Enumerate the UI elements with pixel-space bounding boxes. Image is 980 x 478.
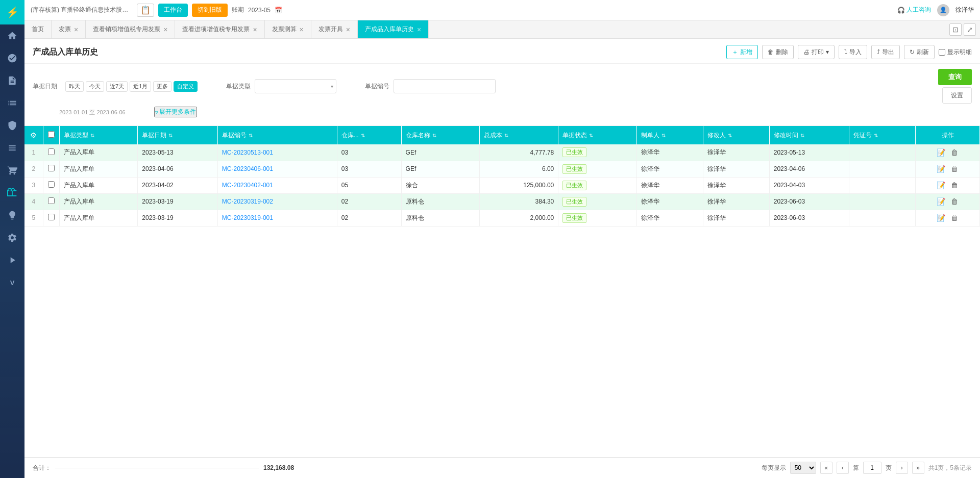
sidebar-item-home[interactable] [0, 24, 24, 47]
tab-check-sales-vat[interactable]: 查看销项增值税专用发票 × [86, 20, 175, 39]
row-delete-icon-4[interactable]: 🗑 [949, 196, 960, 207]
row-checkbox-cell-1[interactable] [43, 144, 59, 161]
th-number[interactable]: 单据编号 ⇅ [217, 126, 337, 144]
row-number-2[interactable]: MC-20230406-001 [217, 161, 337, 177]
th-checkbox[interactable] [43, 126, 59, 144]
edit-icon-4[interactable]: 📝 [936, 196, 946, 207]
row-number-link-5[interactable]: MC-20230319-001 [222, 214, 273, 221]
help-btn[interactable]: 🎧 人工咨询 [897, 6, 931, 14]
tab-invoice-close[interactable]: × [74, 26, 78, 33]
tab-invoice[interactable]: 发票 × [52, 20, 86, 39]
row-checkbox-4[interactable] [48, 197, 55, 204]
sidebar-item-list[interactable] [0, 137, 24, 159]
app-logo[interactable]: ⚡ [0, 0, 24, 24]
user-avatar[interactable]: 👤 [937, 4, 949, 16]
date-btn-more[interactable]: 更多 [153, 81, 172, 92]
row-delete-icon-3[interactable]: 🗑 [949, 180, 960, 190]
row-number-5[interactable]: MC-20230319-001 [217, 210, 337, 226]
sidebar-item-settings[interactable] [0, 227, 24, 249]
row-checkbox-1[interactable] [48, 148, 55, 155]
new-btn[interactable]: ＋ 新增 [726, 45, 758, 59]
th-modify-time[interactable]: 修改时间 ⇅ [769, 126, 849, 144]
tab-check-input-vat[interactable]: 查看进项增值税专用发票 × [175, 20, 264, 39]
edit-icon-3[interactable]: 📝 [936, 180, 946, 190]
copy-btn[interactable]: 📋 [137, 4, 154, 17]
date-btn-today[interactable]: 今天 [86, 81, 104, 92]
switch-old-btn[interactable]: 切到旧版 [192, 4, 228, 17]
prev-page-btn[interactable]: ‹ [837, 462, 849, 474]
workbench-btn[interactable]: 工作台 [158, 4, 188, 17]
import-btn[interactable]: ⤵ 导入 [839, 45, 867, 59]
row-number-link-3[interactable]: MC-20230402-001 [222, 182, 273, 189]
row-delete-icon-1[interactable]: 🗑 [949, 147, 960, 158]
row-number-link-4[interactable]: MC-20230319-002 [222, 198, 273, 205]
next-page-btn[interactable]: › [896, 462, 908, 474]
th-wh-code[interactable]: 仓库... ⇅ [337, 126, 401, 144]
tab-product-instock-history[interactable]: 产成品入库单历史 × [358, 20, 429, 39]
th-wh-name[interactable]: 仓库名称 ⇅ [401, 126, 480, 144]
export-btn[interactable]: ⤴ 导出 [871, 45, 900, 59]
th-modifier[interactable]: 修改人 ⇅ [703, 126, 769, 144]
date-btn-1month[interactable]: 近1月 [130, 81, 151, 92]
row-delete-icon-2[interactable]: 🗑 [949, 164, 960, 174]
calendar-icon[interactable]: 📅 [275, 7, 282, 14]
row-number-1[interactable]: MC-20230513-001 [217, 144, 337, 161]
edit-icon-1[interactable]: 📝 [936, 147, 946, 158]
row-checkbox-3[interactable] [48, 181, 55, 188]
first-page-btn[interactable]: « [820, 462, 832, 474]
query-btn[interactable]: 查询 [938, 69, 972, 85]
th-cost[interactable]: 总成本 ⇅ [480, 126, 558, 144]
sidebar-item-chart[interactable] [0, 92, 24, 114]
expand-filter-btn[interactable]: ▿ 展开更多条件 [154, 107, 197, 117]
row-checkbox-cell-3[interactable] [43, 177, 59, 193]
show-detail-label[interactable]: 显示明细 [939, 48, 972, 57]
row-number-3[interactable]: MC-20230402-001 [217, 177, 337, 193]
edit-icon-2[interactable]: 📝 [936, 164, 946, 174]
row-checkbox-cell-4[interactable] [43, 193, 59, 210]
page-number-input[interactable] [863, 462, 881, 474]
sidebar-item-purchase[interactable] [0, 159, 24, 182]
date-btn-7days[interactable]: 近7天 [106, 81, 128, 92]
row-number-link-2[interactable]: MC-20230406-001 [222, 165, 273, 172]
tab-invoice-issue[interactable]: 发票开具 × [311, 20, 358, 39]
tab-product-instock-history-close[interactable]: × [417, 26, 421, 33]
tab-restore-btn[interactable]: ⊡ [949, 23, 962, 36]
refresh-btn[interactable]: ↻ 刷新 [904, 45, 935, 59]
row-checkbox-5[interactable] [48, 214, 55, 220]
page-size-select[interactable]: 50 20 100 200 [790, 462, 816, 474]
print-btn[interactable]: 🖨 打印 ▾ [798, 45, 835, 59]
tab-invoice-calc[interactable]: 发票测算 × [265, 20, 311, 39]
row-checkbox-2[interactable] [48, 165, 55, 171]
tab-check-sales-vat-close[interactable]: × [163, 26, 167, 33]
sidebar-item-media[interactable] [0, 249, 24, 271]
column-settings-btn[interactable]: ⚙ [30, 131, 37, 139]
th-status[interactable]: 单据状态 ⇅ [558, 126, 637, 144]
last-page-btn[interactable]: » [912, 462, 924, 474]
show-detail-checkbox[interactable] [939, 49, 945, 56]
sidebar-item-more[interactable]: V [0, 271, 24, 294]
th-date[interactable]: 单据日期 ⇅ [138, 126, 218, 144]
tab-maximize-btn[interactable]: ⤢ [964, 23, 976, 36]
set-btn[interactable]: 设置 [942, 87, 972, 104]
tab-check-input-vat-close[interactable]: × [253, 26, 257, 33]
number-filter-input[interactable] [394, 79, 496, 93]
date-btn-custom[interactable]: 自定义 [174, 81, 198, 92]
sidebar-item-stamp[interactable] [0, 204, 24, 227]
th-creator[interactable]: 制单人 ⇅ [637, 126, 703, 144]
edit-icon-5[interactable]: 📝 [936, 213, 946, 223]
delete-btn[interactable]: 🗑 删除 [762, 45, 794, 59]
tab-invoice-issue-close[interactable]: × [346, 26, 350, 33]
row-delete-icon-5[interactable]: 🗑 [949, 213, 960, 223]
th-voucher[interactable]: 凭证号 ⇅ [849, 126, 916, 144]
sidebar-item-doc[interactable] [0, 69, 24, 92]
type-select[interactable] [255, 79, 336, 93]
sidebar-item-inventory[interactable] [0, 182, 24, 204]
row-number-4[interactable]: MC-20230319-002 [217, 193, 337, 210]
tab-invoice-calc-close[interactable]: × [300, 26, 304, 33]
date-btn-yesterday[interactable]: 昨天 [65, 81, 84, 92]
th-settings[interactable]: ⚙ [24, 126, 43, 144]
row-number-link-1[interactable]: MC-20230513-001 [222, 149, 273, 156]
select-all-checkbox[interactable] [48, 131, 55, 138]
th-type[interactable]: 单据类型 ⇅ [59, 126, 138, 144]
row-checkbox-cell-2[interactable] [43, 161, 59, 177]
